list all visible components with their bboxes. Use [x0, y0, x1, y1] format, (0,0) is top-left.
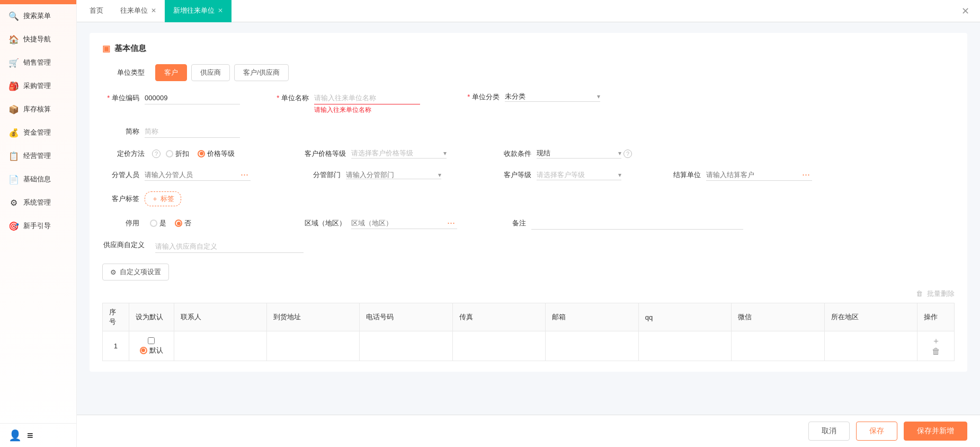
operations-icon: 📋 [8, 151, 19, 161]
add-row-button[interactable]: ＋ [930, 336, 942, 347]
customer-price-label: 客户价格等级 [304, 149, 346, 159]
type-btn-customer[interactable]: 客户 [155, 64, 187, 81]
region-table-input[interactable] [831, 342, 911, 350]
discount-radio-circle [166, 150, 173, 157]
sidebar-top-bar [0, 0, 76, 4]
customer-price-placeholder: 请选择客户价格等级 [351, 148, 443, 158]
sidebar-item-basic[interactable]: 📄 基础信息 [0, 168, 76, 191]
region-ellipsis-btn[interactable]: ··· [445, 217, 457, 229]
row-checkbox[interactable] [148, 337, 155, 344]
remark-input[interactable] [531, 217, 743, 230]
system-icon: ⚙ [8, 197, 19, 208]
region-input[interactable] [351, 219, 443, 227]
phone-input[interactable] [366, 342, 446, 350]
pricing-discount-radio[interactable]: 折扣 [166, 149, 189, 159]
short-name-input[interactable] [145, 125, 240, 138]
unit-code-input[interactable]: 000009 [145, 92, 240, 104]
tab-partners[interactable]: 往来单位 ✕ [112, 0, 165, 22]
payment-terms-select[interactable]: 现结 ▾ [537, 148, 621, 159]
email-input[interactable] [552, 342, 631, 350]
supplier-custom-input[interactable] [155, 240, 304, 253]
region-label: 区域（地区） [304, 218, 346, 228]
inventory-icon: 📦 [8, 104, 19, 115]
custom-settings-button[interactable]: ⚙ 自定义项设置 [102, 264, 169, 281]
save-button[interactable]: 保存 [856, 422, 897, 441]
sidebar-item-search[interactable]: 🔍 搜索菜单 [0, 4, 76, 28]
sidebar-item-quicknav[interactable]: 🏠 快捷导航 [0, 28, 76, 51]
pricing-help-icon[interactable]: ? [152, 150, 161, 158]
col-region: 所在地区 [824, 303, 917, 331]
sidebar-item-inventory[interactable]: 📦 库存核算 [0, 98, 76, 121]
manager-input[interactable] [145, 171, 236, 179]
customer-level-select[interactable]: 请选择客户等级 ▾ [537, 170, 621, 180]
fax-input[interactable] [459, 342, 539, 350]
bars-icon[interactable]: ≡ [27, 430, 33, 442]
cell-email[interactable] [546, 331, 638, 361]
contact-table: 序号 设为默认 联系人 到货地址 电话号码 传真 邮箱 qq 微信 所在地区 操… [102, 303, 955, 361]
contact-input[interactable] [181, 342, 260, 350]
qq-input[interactable] [645, 342, 725, 350]
batch-delete-label[interactable]: 批量删除 [927, 290, 955, 297]
region-group: 区域（地区） ··· [304, 217, 484, 229]
user-icon[interactable]: 👤 [8, 429, 22, 442]
tab-new-partner[interactable]: 新增往来单位 ✕ [165, 0, 231, 22]
wechat-input[interactable] [738, 342, 817, 350]
custom-settings-area: ⚙ 自定义项设置 [102, 264, 955, 289]
customer-price-select[interactable]: 请选择客户价格等级 ▾ [351, 148, 447, 159]
sidebar-item-newbie[interactable]: 🎯 新手引导 [0, 214, 76, 238]
price-level-radio-circle [198, 150, 205, 157]
save-new-button[interactable]: 保存并新增 [904, 422, 967, 441]
sidebar-item-finance[interactable]: 💰 资金管理 [0, 121, 76, 144]
settlement-group: 结算单位 ··· [664, 169, 955, 181]
sidebar-label-basic: 基础信息 [23, 174, 51, 184]
settlement-ellipsis-btn[interactable]: ··· [800, 169, 812, 180]
sales-icon: 🛒 [8, 57, 19, 68]
unit-name-input[interactable] [314, 92, 420, 104]
add-tag-label: 标签 [161, 194, 174, 204]
sidebar-item-purchase[interactable]: 🎒 采购管理 [0, 74, 76, 98]
sidebar-item-sales[interactable]: 🛒 销售管理 [0, 51, 76, 74]
cell-phone[interactable] [360, 331, 452, 361]
tab-new-partner-label: 新增往来单位 [173, 6, 215, 15]
disable-no-radio[interactable]: 否 [175, 218, 191, 228]
type-btn-supplier[interactable]: 供应商 [191, 64, 230, 81]
add-tag-button[interactable]: ＋ 标签 [145, 191, 181, 206]
settlement-input[interactable] [706, 171, 798, 179]
settlement-label: 结算单位 [664, 170, 701, 180]
col-seq: 序号 [103, 303, 129, 331]
main-area: 首页 往来单位 ✕ 新增往来单位 ✕ ✕ ▣ 基本信息 单位类型 客户 [77, 0, 980, 447]
tab-new-partner-close[interactable]: ✕ [218, 7, 223, 14]
add-tag-plus-icon: ＋ [152, 194, 158, 204]
sidebar-label-newbie: 新手引导 [23, 221, 51, 231]
cell-seq: 1 [103, 331, 129, 361]
cell-fax[interactable] [452, 331, 545, 361]
address-input[interactable] [273, 342, 353, 350]
customer-tag-label: 客户标签 [102, 194, 139, 204]
newbie-icon: 🎯 [8, 221, 19, 231]
pricing-level-radio[interactable]: 价格等级 [198, 149, 235, 159]
disable-radio-group: 是 否 [150, 218, 191, 228]
unit-code-label: 单位编码 [102, 93, 139, 103]
payment-help-icon[interactable]: ? [623, 150, 632, 158]
manager-row: 分管人员 ··· 分管部门 ▾ 客户等级 请选择客户等 [102, 169, 955, 181]
section-icon: ▣ [102, 43, 110, 54]
cell-qq[interactable] [638, 331, 732, 361]
sidebar-item-system[interactable]: ⚙ 系统管理 [0, 191, 76, 214]
tab-partners-close[interactable]: ✕ [151, 7, 156, 14]
sidebar-label-sales: 销售管理 [23, 58, 51, 67]
dept-input[interactable] [346, 171, 438, 179]
manager-ellipsis-btn[interactable]: ··· [238, 169, 251, 180]
cell-region[interactable] [824, 331, 917, 361]
unit-category-select[interactable]: 未分类 ▾ [505, 92, 600, 102]
cell-address[interactable] [266, 331, 359, 361]
disable-yes-radio[interactable]: 是 [150, 218, 166, 228]
delete-row-button[interactable]: 🗑 [930, 347, 942, 356]
default-radio[interactable]: 默认 [140, 346, 163, 355]
type-btn-both[interactable]: 客户/供应商 [234, 64, 289, 81]
cancel-button[interactable]: 取消 [808, 422, 850, 441]
sidebar-item-operations[interactable]: 📋 经营管理 [0, 144, 76, 168]
cell-contact[interactable] [174, 331, 266, 361]
tab-home[interactable]: 首页 [81, 0, 112, 22]
cell-wechat[interactable] [732, 331, 824, 361]
window-close-button[interactable]: ✕ [955, 5, 976, 17]
